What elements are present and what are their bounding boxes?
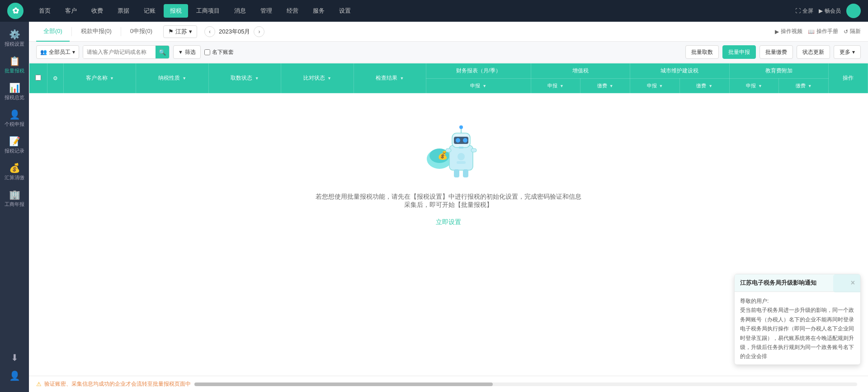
batch-fetch-btn[interactable]: 批量取数 (685, 45, 719, 59)
search-box: 🔍 (83, 45, 170, 59)
member-btn[interactable]: ▶ 畅会员 (819, 7, 841, 15)
status-update-btn[interactable]: 状态更新 (797, 45, 830, 59)
table-setting-header: ⚙ (47, 63, 64, 93)
search-icon: 🔍 (159, 49, 166, 56)
scroll-area[interactable] (194, 382, 857, 386)
sidebar-item-tax-overview[interactable]: 📊 报税总览 (0, 79, 29, 105)
avatar[interactable] (846, 4, 861, 18)
svg-rect-10 (459, 147, 463, 148)
sidebar-item-tax-records[interactable]: 📝 报税记录 (0, 132, 29, 159)
sort-icon-2: ▼ (182, 76, 186, 81)
notification-text: 受当前电子税务局进一步升级的影响，同一个政务网账号（办税人）名下的企业不能再同时… (740, 306, 855, 361)
search-input[interactable] (83, 46, 156, 58)
nav-item-home[interactable]: 首页 (33, 4, 57, 18)
sidebar-item-annual-report[interactable]: 🏢 工商年报 (0, 186, 29, 212)
next-month-btn[interactable]: › (254, 26, 264, 37)
under-account-checkbox[interactable] (204, 49, 210, 55)
batch-declare-btn[interactable]: 批量申报 (722, 45, 756, 59)
sub-sort-7: ▼ (808, 84, 812, 88)
toolbar-right-btns: 批量取数 批量申报 批量缴费 状态更新 更多 ▾ (685, 45, 861, 59)
nav-item-customer[interactable]: 客户 (59, 4, 83, 18)
nav-item-message[interactable]: 消息 (228, 4, 252, 18)
nav-item-bill[interactable]: 票据 (111, 4, 136, 18)
employee-icon: 👥 (40, 49, 47, 55)
nav-item-service[interactable]: 服务 (307, 4, 331, 18)
region-icon: ⚑ (168, 28, 174, 35)
table-vat-declare-sub: 申报 ▼ (531, 79, 580, 93)
table-compare-status-header: 比对状态 ▼ (281, 63, 354, 93)
more-btn[interactable]: 更多 ▾ (834, 45, 861, 59)
date-nav: ‹ 2023年05月 › (204, 26, 264, 37)
batch-pay-btn[interactable]: 批量缴费 (760, 45, 793, 59)
tab-zero-declare[interactable]: 0申报(0) (123, 22, 160, 42)
filter-btn[interactable]: ▼ 筛选 (173, 45, 201, 59)
tab-all[interactable]: 全部(0) (36, 22, 70, 42)
status-bar: ⚠ 验证账密、采集信息均成功的企业才会流转至批量报税页面中 (29, 376, 868, 392)
logo-icon: ✿ (12, 6, 19, 16)
settings-icon[interactable]: ⚙ (53, 75, 58, 81)
settlement-icon: 💰 (9, 163, 20, 172)
table-financial-report-header: 财务报表（月/季） (426, 63, 531, 79)
table-check-result-header: 检查结果 ▼ (354, 63, 426, 93)
profile-icon: 👤 (9, 371, 20, 380)
nav-item-settings[interactable]: 设置 (333, 4, 357, 18)
nav-item-operation[interactable]: 经营 (280, 4, 305, 18)
warning-icon: ⚠ (36, 381, 42, 387)
table-education-tax-header: 教育费附加 (729, 63, 829, 79)
empty-row: 💰 (29, 93, 868, 254)
setup-link[interactable]: 立即设置 (436, 218, 461, 226)
checkbox-label[interactable]: 名下账套 (204, 48, 234, 56)
tax-records-icon: 📝 (9, 137, 20, 146)
video-tutorial-btn[interactable]: ▶ 操作视频 (775, 28, 802, 35)
sub-sort-5: ▼ (708, 84, 712, 88)
sidebar: ⚙️ 报税设置 📋 批量报税 📊 报税总览 👤 个税申报 📝 报税记录 💰 汇算… (0, 22, 29, 392)
nav-item-fee[interactable]: 收费 (85, 4, 109, 18)
tab-divider-2 (121, 27, 121, 36)
logo[interactable]: ✿ (7, 3, 24, 19)
nav-item-business[interactable]: 工商项目 (190, 4, 226, 18)
sidebar-item-download[interactable]: ⬇ (0, 349, 29, 367)
data-table: ⚙ 客户名称 ▼ 纳税性质 ▼ 取数状态 ▼ 比对状态 (29, 63, 868, 253)
svg-rect-16 (457, 161, 466, 164)
nav-items: 首页 客户 收费 票据 记账 报税 工商项目 消息 管理 经营 服务 设置 (33, 4, 795, 18)
tab-tax-declare[interactable]: 税款申报(0) (74, 22, 119, 42)
table-edu-pay-sub: 缴费 ▼ (779, 79, 829, 93)
sort-icon-3: ▼ (255, 76, 259, 81)
sub-sort-2: ▼ (560, 84, 564, 88)
svg-point-9 (459, 125, 463, 129)
fullscreen-btn[interactable]: ⛶ 全屏 (795, 7, 813, 15)
employee-select[interactable]: 👥 全部员工 ▾ (36, 45, 79, 59)
batch-tax-icon: 📋 (9, 57, 20, 66)
svg-point-15 (458, 153, 465, 160)
sidebar-item-personal-tax[interactable]: 👤 个税申报 (0, 105, 29, 132)
table-city-pay-sub: 缴费 ▼ (679, 79, 729, 93)
refresh-btn[interactable]: ↺ 隔新 (844, 28, 861, 35)
more-chevron-icon: ▾ (852, 49, 855, 55)
sub-sort-3: ▼ (609, 84, 613, 88)
nav-item-tax[interactable]: 报税 (164, 4, 188, 18)
sidebar-item-tax-settings[interactable]: ⚙️ 报税设置 (0, 25, 29, 52)
search-button[interactable]: 🔍 (156, 45, 169, 59)
region-selector[interactable]: ⚑ 江苏 ▾ (163, 25, 197, 38)
tab-divider-1 (71, 27, 72, 36)
table-tax-nature-header: 纳税性质 ▼ (136, 63, 208, 93)
prev-month-btn[interactable]: ‹ (204, 26, 215, 37)
sidebar-item-profile[interactable]: 👤 (0, 367, 29, 385)
scroll-thumb (194, 382, 493, 386)
member-icon: ▶ (819, 8, 823, 14)
nav-item-accounting[interactable]: 记账 (137, 4, 162, 18)
fullscreen-icon: ⛶ (795, 8, 801, 14)
sidebar-item-settlement[interactable]: 💰 汇算清缴 (0, 159, 29, 186)
sidebar-item-batch-tax[interactable]: 📋 批量报税 (0, 52, 29, 79)
select-all-checkbox[interactable] (35, 75, 41, 81)
svg-point-6 (456, 138, 460, 143)
filter-icon: ▼ (178, 49, 183, 55)
sort-icon-4: ▼ (327, 76, 331, 81)
nav-item-manage[interactable]: 管理 (254, 4, 278, 18)
refresh-icon: ↺ (844, 29, 848, 35)
table-fetch-status-header: 取数状态 ▼ (208, 63, 281, 93)
table-checkbox-header[interactable] (29, 63, 47, 93)
robot-illustration: 💰 (417, 120, 480, 184)
sort-icon-5: ▼ (400, 76, 404, 81)
manual-btn[interactable]: 📖 操作手册 (808, 28, 838, 35)
